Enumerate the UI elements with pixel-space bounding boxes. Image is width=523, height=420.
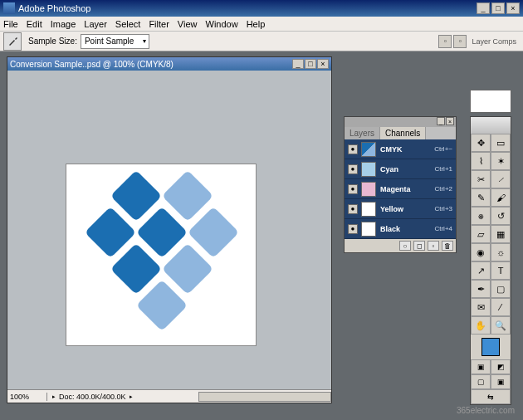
eyedropper-tool-icon[interactable] (3, 32, 22, 51)
palette-well-button-2[interactable]: ▫ (453, 35, 467, 48)
zoom-level[interactable]: 100% (7, 393, 47, 401)
menu-edit[interactable]: Edit (27, 19, 42, 29)
watermark: 365electric.com (457, 406, 515, 415)
eyedropper-tool[interactable]: ⁄ (491, 298, 511, 316)
doc-maximize-button[interactable]: □ (305, 59, 316, 69)
artwork (66, 164, 256, 345)
toolbox: ✥ ▭ ⌇ ✶ ✂ ⟋ ✎ 🖌 ⎈ ↺ ▱ ▦ ◉ ☼ ↗ T ✒ ▢ ✉ ⁄ (470, 116, 511, 405)
option-bar: Sample Size: Point Sample ▫ ▫ Layer Comp… (0, 32, 523, 51)
type-tool[interactable]: T (491, 261, 511, 280)
blur-tool[interactable]: ◉ (471, 243, 491, 261)
channel-row-cyan[interactable]: ● Cyan Ctrl+1 (345, 159, 456, 179)
layer-comps-label[interactable]: Layer Comps (468, 36, 520, 47)
visibility-icon[interactable]: ● (348, 184, 358, 194)
menu-layer[interactable]: Layer (84, 19, 107, 29)
channel-row-black[interactable]: ● Black Ctrl+4 (345, 219, 456, 239)
heal-tool[interactable]: ✎ (471, 188, 491, 207)
channel-swatch (361, 142, 376, 157)
menu-select[interactable]: Select (115, 19, 141, 29)
tab-channels[interactable]: Channels (380, 127, 426, 139)
visibility-icon[interactable]: ● (348, 144, 358, 154)
channel-name: Cyan (380, 165, 398, 173)
visibility-icon[interactable]: ● (348, 164, 358, 174)
maximize-button[interactable]: □ (491, 2, 505, 14)
canvas (66, 164, 257, 346)
dodge-tool[interactable]: ☼ (491, 243, 511, 261)
load-selection-button[interactable]: ○ (399, 241, 411, 251)
doc-info[interactable]: ▸ Doc: 400.0K/400.0K ▸ (47, 393, 138, 401)
sample-size-select[interactable]: Point Sample (81, 34, 149, 49)
tab-layers[interactable]: Layers (345, 127, 380, 139)
visibility-icon[interactable]: ● (348, 204, 358, 214)
close-button[interactable]: × (506, 2, 520, 14)
screenmode-1-button[interactable]: ▢ (471, 374, 491, 389)
brush-tool[interactable]: 🖌 (491, 188, 511, 207)
document-titlebar[interactable]: Conversion Sample..psd @ 100% (CMYK/8) _… (7, 57, 331, 71)
save-selection-button[interactable]: ◻ (413, 241, 425, 251)
channels-panel: _ × Layers Channels ● CMYK Ctrl+~ ● Cyan (344, 116, 457, 253)
app-titlebar: Adobe Photoshop _ □ × (0, 0, 523, 17)
channel-swatch (361, 162, 376, 177)
document-statusbar: 100% ▸ Doc: 400.0K/400.0K ▸ (7, 389, 331, 403)
screenmode-2-button[interactable]: ▣ (491, 374, 511, 389)
menu-help[interactable]: Help (247, 19, 266, 29)
channel-swatch (361, 182, 376, 197)
shape-tool[interactable]: ▢ (491, 280, 511, 298)
path-tool[interactable]: ↗ (471, 261, 491, 280)
zoom-tool[interactable]: 🔍 (491, 316, 511, 335)
channel-swatch (361, 222, 376, 237)
channel-row-yellow[interactable]: ● Yellow Ctrl+3 (345, 199, 456, 219)
channel-row-magenta[interactable]: ● Magenta Ctrl+2 (345, 179, 456, 199)
channel-swatch (361, 202, 376, 217)
foreground-color[interactable] (481, 338, 500, 356)
notes-tool[interactable]: ✉ (471, 298, 491, 316)
toolbox-header[interactable] (471, 117, 511, 134)
channel-shortcut: Ctrl+4 (434, 225, 452, 232)
doc-close-button[interactable]: × (317, 59, 329, 69)
menu-window[interactable]: Window (206, 19, 238, 29)
stamp-tool[interactable]: ⎈ (471, 207, 491, 225)
pen-tool[interactable]: ✒ (471, 280, 491, 298)
color-wells[interactable] (471, 335, 511, 359)
hand-tool[interactable]: ✋ (471, 316, 491, 335)
minimize-button[interactable]: _ (477, 2, 490, 14)
menu-file[interactable]: File (3, 19, 18, 29)
app-icon (3, 2, 15, 14)
menu-view[interactable]: View (178, 19, 198, 29)
move-tool[interactable]: ✥ (471, 134, 491, 152)
history-brush-tool[interactable]: ↺ (491, 207, 511, 225)
channels-list: ● CMYK Ctrl+~ ● Cyan Ctrl+1 ● Magenta Ct… (345, 139, 456, 239)
navigator-thumbnail[interactable] (470, 90, 511, 113)
menu-image[interactable]: Image (51, 19, 76, 29)
panel-close-button[interactable]: × (446, 117, 454, 125)
gradient-tool[interactable]: ▦ (491, 225, 511, 243)
delete-channel-button[interactable]: 🗑 (442, 241, 453, 251)
channel-name: Black (380, 225, 400, 233)
channel-shortcut: Ctrl+2 (434, 185, 452, 193)
panel-minimize-button[interactable]: _ (437, 117, 445, 125)
crop-tool[interactable]: ✂ (471, 170, 491, 188)
menu-filter[interactable]: Filter (149, 19, 169, 29)
new-channel-button[interactable]: ▫ (428, 241, 439, 251)
horizontal-scrollbar[interactable] (198, 392, 331, 402)
lasso-tool[interactable]: ⌇ (471, 152, 491, 170)
visibility-icon[interactable]: ● (348, 224, 358, 234)
document-title: Conversion Sample..psd @ 100% (CMYK/8) (10, 60, 174, 69)
channel-name: CMYK (380, 145, 403, 154)
sample-size-label: Sample Size: (28, 37, 77, 46)
quickmask-button[interactable]: ◩ (491, 359, 511, 374)
marquee-tool[interactable]: ▭ (491, 134, 511, 152)
eraser-tool[interactable]: ▱ (471, 225, 491, 243)
wand-tool[interactable]: ✶ (491, 152, 511, 170)
palette-well-button-1[interactable]: ▫ (438, 35, 452, 48)
channel-shortcut: Ctrl+3 (434, 205, 452, 212)
workspace: Conversion Sample..psd @ 100% (CMYK/8) _… (0, 51, 523, 420)
doc-minimize-button[interactable]: _ (292, 59, 304, 69)
canvas-area[interactable] (7, 71, 331, 389)
jump-button[interactable]: ⇆ (471, 389, 511, 404)
standard-mode-button[interactable]: ▣ (471, 359, 491, 374)
document-window: Conversion Sample..psd @ 100% (CMYK/8) _… (7, 56, 332, 403)
channel-row-cmyk[interactable]: ● CMYK Ctrl+~ (345, 139, 456, 159)
menubar: File Edit Image Layer Select Filter View… (0, 17, 523, 32)
slice-tool[interactable]: ⟋ (491, 170, 511, 188)
